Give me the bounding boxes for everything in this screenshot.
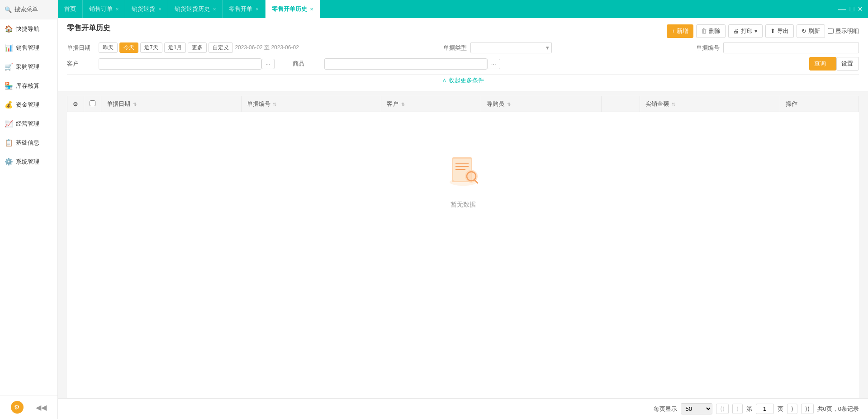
refresh-label: 刷新 xyxy=(808,27,820,35)
filter-area: 单据日期 昨天 今天 近7天 近1月 更多 自定义 2023-06-02 至 2… xyxy=(67,42,859,91)
sidebar-item-label: 系统管理 xyxy=(16,158,39,166)
print-label: 打印 xyxy=(741,27,753,35)
tab-retail-open[interactable]: 零售开单 × xyxy=(223,0,265,18)
th-customer[interactable]: 客户 ⇅ xyxy=(381,96,481,112)
th-amount[interactable]: 实销金额 ⇅ xyxy=(640,96,780,112)
customer-input[interactable] xyxy=(99,58,261,70)
per-page-label: 每页显示 xyxy=(654,405,677,413)
product-input[interactable] xyxy=(324,58,487,70)
tab-sales-return[interactable]: 销货退货 × xyxy=(125,0,168,18)
sidebar-item-sales-mgmt[interactable]: 📊 销售管理 xyxy=(0,38,57,57)
th-action-label: 操作 xyxy=(786,100,797,107)
chart-icon: 📊 xyxy=(5,44,13,52)
new-button[interactable]: + 新增 xyxy=(667,24,693,38)
show-detail-checkbox-label[interactable]: 显示明细 xyxy=(828,27,859,35)
type-select[interactable] xyxy=(470,42,552,53)
settings-gear-button[interactable]: ⚙ xyxy=(11,401,24,414)
sidebar-item-label: 资金管理 xyxy=(16,101,39,109)
tab-sales-order-close[interactable]: × xyxy=(116,6,119,12)
collapse-more-conditions[interactable]: ∧ 收起更多条件 xyxy=(67,74,859,86)
date-btn-more[interactable]: 更多 xyxy=(188,42,207,53)
sort-amount-icon: ⇅ xyxy=(672,102,675,107)
export-button[interactable]: ⬆ 导出 xyxy=(765,24,794,38)
prev-page-button[interactable]: ⟨ xyxy=(732,404,743,414)
type-select-wrap xyxy=(470,42,552,53)
show-detail-label: 显示明细 xyxy=(835,27,859,35)
sidebar-item-label: 销售管理 xyxy=(16,44,39,52)
th-gear[interactable]: ⚙ xyxy=(67,96,84,112)
page-title: 零售开单历史 xyxy=(67,24,110,33)
sidebar-search-label: 搜索采单 xyxy=(14,5,38,14)
maximize-button[interactable]: □ xyxy=(850,5,854,13)
top-nav-controls: — □ × xyxy=(838,5,868,14)
first-page-button[interactable]: ⟨⟨ xyxy=(716,404,729,414)
tab-retail-open-label: 零售开单 xyxy=(229,5,252,13)
sidebar-item-operations[interactable]: 📈 经营管理 xyxy=(0,114,57,133)
date-btn-last7[interactable]: 近7天 xyxy=(140,42,162,53)
date-btn-yesterday[interactable]: 昨天 xyxy=(99,42,118,53)
last-page-button[interactable]: ⟩⟩ xyxy=(801,404,814,414)
table-area: ⚙ 单据日期 ⇅ 单据编号 ⇅ 客户 ⇅ xyxy=(67,96,859,398)
empty-state-cell: 暂无数据 xyxy=(67,112,859,245)
print-button[interactable]: 🖨 打印 ▾ xyxy=(728,24,763,38)
date-filter-label: 单据日期 xyxy=(67,44,99,52)
sidebar-item-purchase-mgmt[interactable]: 🛒 采购管理 xyxy=(0,57,57,76)
page-number-input[interactable] xyxy=(756,404,774,414)
store-icon: 🏪 xyxy=(5,82,13,90)
tab-home-label: 首页 xyxy=(64,5,76,13)
date-filter-buttons: 昨天 今天 近7天 近1月 更多 自定义 xyxy=(99,42,233,53)
close-window-button[interactable]: × xyxy=(858,5,863,14)
trend-icon: 📈 xyxy=(5,120,13,128)
tab-sales-return-history-close[interactable]: × xyxy=(213,6,216,12)
refresh-button[interactable]: ↻ 刷新 xyxy=(797,24,825,38)
sidebar-item-basic-info[interactable]: 📋 基础信息 xyxy=(0,133,57,152)
tab-sales-return-label: 销货退货 xyxy=(132,5,155,13)
date-btn-last-month[interactable]: 近1月 xyxy=(164,42,186,53)
product-ellipsis-button[interactable]: ··· xyxy=(487,59,500,69)
tab-sales-order-label: 销售订单 xyxy=(89,5,113,13)
sidebar-item-inventory[interactable]: 🏪 库存核算 xyxy=(0,76,57,95)
th-check[interactable] xyxy=(84,96,101,112)
tab-retail-history-close[interactable]: × xyxy=(310,6,313,12)
next-page-button[interactable]: ⟩ xyxy=(787,404,797,414)
type-filter-label: 单据类型 xyxy=(443,44,470,52)
doc-icon: 📋 xyxy=(5,139,13,147)
page-size-select[interactable]: 50 100 200 xyxy=(681,403,712,414)
top-nav: 首页 销售订单 × 销货退货 × 销货退货历史 × 零售开单 × 零售开单历史 … xyxy=(58,0,868,18)
page-label: 第 xyxy=(746,405,752,413)
tab-home[interactable]: 首页 xyxy=(58,0,83,18)
settings-button[interactable]: 设置 xyxy=(836,57,859,71)
filter-row-date: 单据日期 昨天 今天 近7天 近1月 更多 自定义 2023-06-02 至 2… xyxy=(67,42,859,53)
query-button[interactable]: 查询 xyxy=(809,57,836,71)
th-date[interactable]: 单据日期 ⇅ xyxy=(101,96,242,112)
sidebar-search[interactable]: 🔍 搜索采单 xyxy=(0,0,57,19)
tab-sales-order[interactable]: 销售订单 × xyxy=(83,0,125,18)
search-icon: 🔍 xyxy=(5,6,12,13)
tab-retail-open-close[interactable]: × xyxy=(256,6,258,12)
number-input[interactable] xyxy=(723,42,859,53)
select-all-checkbox[interactable] xyxy=(90,100,95,106)
show-detail-checkbox[interactable] xyxy=(828,28,834,34)
tab-retail-history[interactable]: 零售开单历史 × xyxy=(266,0,320,18)
sidebar-item-finance[interactable]: 💰 资金管理 xyxy=(0,95,57,114)
sidebar-item-quick-nav[interactable]: 🏠 快捷导航 xyxy=(0,19,57,38)
date-btn-today[interactable]: 今天 xyxy=(119,42,138,53)
th-date-label: 单据日期 xyxy=(107,100,130,107)
th-guide[interactable]: 导购员 ⇅ xyxy=(481,96,601,112)
number-filter-label: 单据编号 xyxy=(696,44,723,52)
customer-ellipsis-button[interactable]: ··· xyxy=(261,59,275,69)
tab-sales-return-history[interactable]: 销货退货历史 × xyxy=(168,0,223,18)
sort-date-icon: ⇅ xyxy=(133,102,137,107)
content-header: 零售开单历史 + 新增 🗑 删除 🖨 打印 ▾ ⬆ 导出 ↻ xyxy=(58,18,868,91)
refresh-icon: ↻ xyxy=(802,28,806,34)
th-number[interactable]: 单据编号 ⇅ xyxy=(241,96,381,112)
collapse-sidebar-button[interactable]: ◀◀ xyxy=(36,403,47,412)
collapse-more-label: ∧ 收起更多条件 xyxy=(442,76,484,85)
tab-retail-history-label: 零售开单历史 xyxy=(272,5,307,13)
delete-button[interactable]: 🗑 删除 xyxy=(696,24,726,38)
tab-sales-return-close[interactable]: × xyxy=(158,6,161,12)
minimize-button[interactable]: — xyxy=(838,5,846,14)
date-btn-custom[interactable]: 自定义 xyxy=(209,42,233,53)
sidebar-item-system-mgmt[interactable]: ⚙️ 系统管理 xyxy=(0,152,57,171)
tab-sales-return-history-label: 销货退货历史 xyxy=(175,5,210,13)
